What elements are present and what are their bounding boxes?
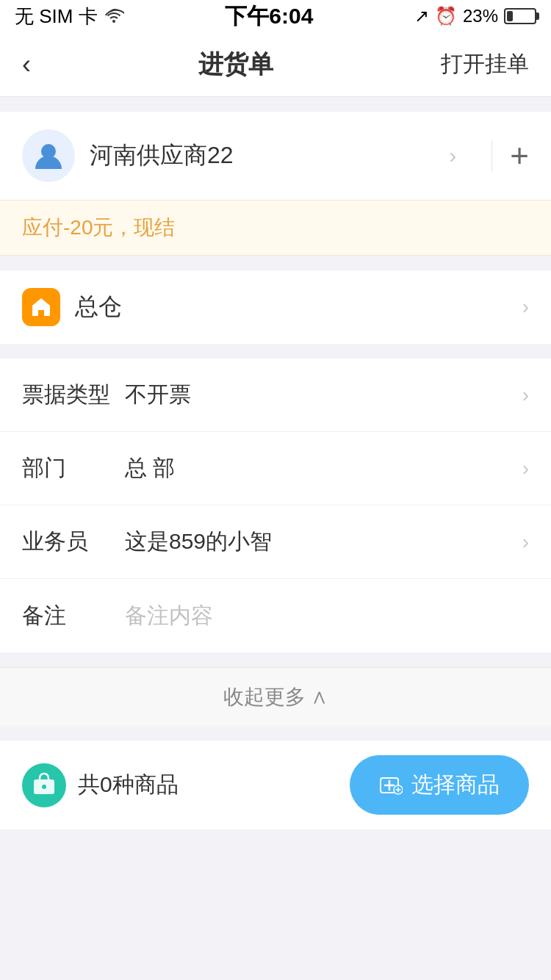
select-product-button[interactable]: 选择商品 <box>350 755 529 815</box>
product-count-section: 共0种商品 <box>22 763 179 807</box>
status-right: ↗ ⏰ 23% <box>414 6 536 26</box>
svg-rect-1 <box>38 310 44 316</box>
invoice-type-label: 票据类型 <box>22 380 125 410</box>
status-bar: 无 SIM 卡 下午6:04 ↗ ⏰ 23% <box>0 0 551 32</box>
remark-row[interactable]: 备注 备注内容 <box>0 579 551 652</box>
salesperson-label: 业务员 <box>22 527 125 557</box>
department-row[interactable]: 部门 总 部 › <box>0 432 551 505</box>
product-icon <box>22 763 66 807</box>
page-title: 进货单 <box>198 48 273 82</box>
battery-percent: 23% <box>463 6 498 26</box>
supplier-divider <box>491 140 492 172</box>
wifi-icon <box>104 5 124 28</box>
supplier-section: 河南供应商22 › + 应付-20元，现结 <box>0 112 551 256</box>
bottom-bar: 共0种商品 选择商品 <box>0 741 551 829</box>
supplier-avatar <box>22 129 75 182</box>
invoice-type-row[interactable]: 票据类型 不开票 › <box>0 359 551 432</box>
salesperson-row[interactable]: 业务员 这是859的小智 › <box>0 505 551 579</box>
remark-input[interactable]: 备注内容 <box>125 601 529 631</box>
invoice-type-value: 不开票 <box>125 380 522 410</box>
department-value: 总 部 <box>125 453 522 483</box>
add-supplier-button[interactable]: + <box>510 140 529 172</box>
department-label: 部门 <box>22 453 125 483</box>
collapse-label: 收起更多 ∧ <box>223 683 328 711</box>
notice-banner: 应付-20元，现结 <box>0 200 551 256</box>
supplier-name: 河南供应商22 <box>90 140 449 172</box>
warehouse-row[interactable]: 总仓 › <box>0 270 551 344</box>
select-product-label: 选择商品 <box>411 770 500 800</box>
location-icon: ↗ <box>414 6 429 26</box>
product-count-text: 共0种商品 <box>78 770 179 800</box>
open-pending-button[interactable]: 打开挂单 <box>441 49 529 79</box>
status-time: 下午6:04 <box>225 1 313 32</box>
svg-point-3 <box>42 785 46 789</box>
supplier-row[interactable]: 河南供应商22 › + <box>0 112 551 200</box>
carrier-text: 无 SIM 卡 <box>15 4 98 29</box>
invoice-type-chevron-icon: › <box>522 383 529 407</box>
collapse-row[interactable]: 收起更多 ∧ <box>0 667 551 726</box>
battery-icon <box>504 8 536 24</box>
alarm-icon: ⏰ <box>435 6 457 26</box>
warehouse-chevron-icon: › <box>522 295 529 319</box>
warehouse-icon <box>22 288 60 326</box>
salesperson-chevron-icon: › <box>522 530 529 554</box>
top-divider <box>0 97 551 112</box>
supplier-chevron-icon: › <box>449 143 456 168</box>
form-section: 票据类型 不开票 › 部门 总 部 › 业务员 这是859的小智 › 备注 备注… <box>0 359 551 652</box>
remark-label: 备注 <box>22 601 125 631</box>
salesperson-value: 这是859的小智 <box>125 527 522 557</box>
status-left: 无 SIM 卡 <box>15 4 124 29</box>
department-chevron-icon: › <box>522 457 529 480</box>
nav-bar: ‹ 进货单 打开挂单 <box>0 32 551 97</box>
back-button[interactable]: ‹ <box>22 49 31 80</box>
warehouse-name: 总仓 <box>75 291 522 323</box>
